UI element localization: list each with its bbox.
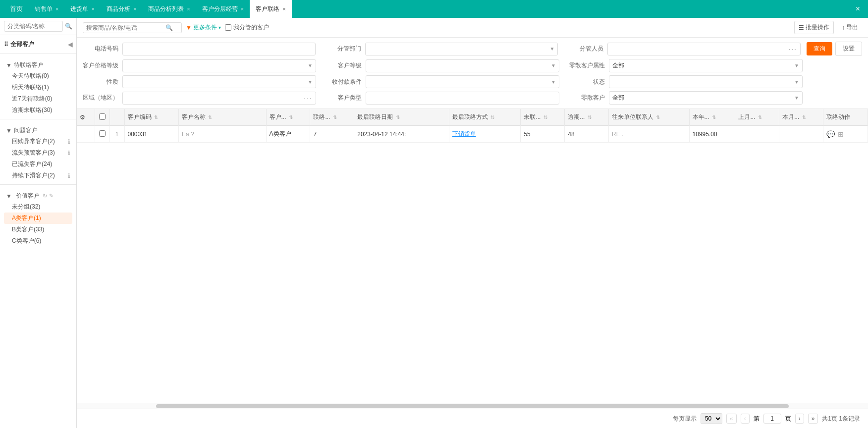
filter-phone-label: 电话号码 (83, 45, 122, 53)
filter-nature-select[interactable]: ▼ (122, 75, 316, 88)
sidebar-item-continuous[interactable]: 持续下滑客户(2) ℹ (4, 170, 72, 181)
close-sales-tab[interactable]: × (55, 6, 58, 12)
col-code[interactable]: 客户编码 ⇅ (124, 109, 178, 126)
tab-analysis-list[interactable]: 商品分析列表 × (142, 0, 196, 18)
select-all-checkbox[interactable] (99, 113, 106, 120)
batch-ops-button[interactable]: ☰ 批量操作 (794, 21, 834, 34)
last-page-button[interactable]: » (808, 414, 818, 424)
sidebar-all-customers-header[interactable]: ⠿ 全部客户 ◀ (4, 38, 72, 51)
close-customer-contact-tab[interactable]: × (282, 6, 285, 12)
filter-region-select[interactable]: ··· (122, 92, 316, 105)
filter-price-tier-select[interactable]: ▼ (122, 59, 316, 72)
sidebar-item-today[interactable]: 今天待联络(0) (4, 70, 72, 82)
sidebar-search-input[interactable] (4, 21, 63, 32)
sort-unit-icon[interactable]: ⇅ (656, 114, 660, 120)
sort-this-month-icon[interactable]: ⇅ (802, 114, 806, 120)
row-checkbox[interactable] (99, 130, 106, 137)
prev-page-button[interactable]: ‹ (741, 414, 750, 424)
col-unit-contact[interactable]: 往来单位联系人 ⇅ (609, 109, 689, 126)
sort-overdue-icon[interactable]: ⇅ (588, 114, 592, 120)
col-name[interactable]: 客户名称 ⇅ (178, 109, 266, 126)
sidebar-pending-title[interactable]: ▼ 待联络客户 (4, 59, 72, 70)
edit-icon[interactable]: ✎ (49, 193, 54, 199)
col-settings[interactable]: ⚙ (77, 109, 95, 126)
page-size-select[interactable]: 50 (701, 413, 722, 424)
settings-button[interactable]: 设置 (835, 42, 862, 56)
filter-person-select[interactable]: ··· (607, 43, 801, 55)
col-this-year[interactable]: 本年... ⇅ (689, 109, 735, 126)
sidebar-item-tomorrow[interactable]: 明天待联络(1) (4, 82, 72, 93)
sidebar: 🔍 ⠿ 全部客户 ◀ ▼ 待联络客户 今天待联络(0) 明天待联络(1) 近7 (0, 18, 77, 428)
export-button[interactable]: ↑ 导出 (838, 21, 862, 34)
refresh-icon[interactable]: ↻ (43, 193, 47, 199)
cell-last-contact-way[interactable]: 下销货单 (449, 126, 521, 143)
sidebar-item-lost[interactable]: 已流失客户(24) (4, 159, 72, 170)
scroll-area[interactable] (77, 403, 868, 409)
filter-search-input[interactable] (86, 24, 165, 31)
sort-way-icon[interactable]: ⇅ (490, 114, 494, 120)
filter-customer-type-select[interactable] (366, 92, 559, 105)
sidebar-value-title[interactable]: ▼ 价值客户 ↻ ✎ (4, 190, 72, 201)
tab-customer-contact[interactable]: 客户联络 × (250, 0, 291, 18)
filter-search-icon[interactable]: 🔍 (165, 24, 173, 31)
sidebar-problem-title[interactable]: ▼ 问题客户 (4, 124, 72, 136)
sort-year-icon[interactable]: ⇅ (712, 114, 716, 120)
tab-analysis[interactable]: 商品分析 × (101, 0, 142, 18)
sidebar-item-class-b[interactable]: B类客户(33) (4, 224, 72, 235)
col-last-month[interactable]: 上月... ⇅ (735, 109, 779, 126)
filter-dept-select[interactable]: ▼ (365, 43, 558, 55)
filter-retail-select[interactable]: 全部 ▼ (609, 91, 803, 105)
col-customer-class[interactable]: 客户... ⇅ (266, 109, 310, 126)
page-number-input[interactable] (763, 414, 781, 424)
sidebar-item-overdue[interactable]: 逾期未联络(30) (4, 105, 72, 116)
chat-icon[interactable]: 💬 (826, 130, 835, 138)
col-no-contact[interactable]: 未联... ⇅ (521, 109, 565, 126)
sidebar-collapse-icon[interactable]: ◀ (68, 41, 72, 48)
close-customer-tier-tab[interactable]: × (241, 6, 244, 12)
close-purchase-tab[interactable]: × (91, 6, 94, 12)
cell-checkbox[interactable] (95, 126, 109, 143)
sort-contact-icon[interactable]: ⇅ (333, 114, 337, 120)
scrollbar-thumb[interactable] (156, 404, 789, 408)
col-this-month[interactable]: 本月... ⇅ (779, 109, 823, 126)
sidebar-item-recent7[interactable]: 近7天待联络(0) (4, 93, 72, 105)
global-close-button[interactable]: × (852, 4, 864, 13)
sidebar-item-loss-risk[interactable]: 流失预警客户(3) ℹ (4, 147, 72, 159)
close-analysis-list-tab[interactable]: × (187, 6, 190, 12)
tab-sales[interactable]: 销售单 × (29, 0, 64, 18)
filter-retail-attr-select[interactable]: 全部 ▼ (609, 59, 803, 72)
col-last-contact-way[interactable]: 最后联络方式 ⇅ (449, 109, 521, 126)
col-overdue[interactable]: 逾期... ⇅ (565, 109, 609, 126)
sidebar-search-icon[interactable]: 🔍 (65, 23, 72, 30)
grid-icon[interactable]: ⊞ (838, 130, 844, 138)
filter-status-select[interactable]: ▼ (609, 75, 803, 88)
sort-name-icon[interactable]: ⇅ (208, 114, 212, 120)
filter-search-box[interactable]: 🔍 (83, 22, 182, 33)
filter-payment-select[interactable]: ▼ (366, 75, 559, 88)
sort-last-month-icon[interactable]: ⇅ (758, 114, 762, 120)
col-last-contact-date[interactable]: 最后联络日期 ⇅ (354, 109, 449, 126)
close-analysis-tab[interactable]: × (133, 6, 136, 12)
sidebar-item-class-c[interactable]: C类客户(6) (4, 235, 72, 247)
sort-no-contact-icon[interactable]: ⇅ (543, 114, 547, 120)
my-customers-checkbox-area[interactable]: 我分管的客户 (225, 23, 269, 32)
filter-more-button[interactable]: ▼ 更多条件 ▾ (186, 23, 221, 32)
tab-customer-tier[interactable]: 客户分层经营 × (196, 0, 250, 18)
tab-purchase[interactable]: 进货单 × (64, 0, 100, 18)
my-customers-checkbox[interactable] (225, 24, 231, 31)
sidebar-item-repeat-abnormal[interactable]: 回购异常客户(2) ℹ (4, 136, 72, 147)
next-page-button[interactable]: › (795, 414, 804, 424)
col-checkbox[interactable] (95, 109, 109, 126)
col-contact-count[interactable]: 联络... ⇅ (310, 109, 354, 126)
sidebar-item-class-a[interactable]: A类客户(1) (4, 213, 72, 224)
sort-class-icon[interactable]: ⇅ (289, 114, 293, 120)
first-page-button[interactable]: « (726, 414, 737, 424)
sidebar-item-unclassified[interactable]: 未分组(32) (4, 201, 72, 213)
filter-phone-input[interactable] (122, 43, 316, 55)
query-button[interactable]: 查询 (807, 42, 832, 55)
sort-code-icon[interactable]: ⇅ (154, 114, 158, 120)
nav-home[interactable]: 首页 (4, 4, 29, 13)
sort-date-icon[interactable]: ⇅ (396, 114, 400, 120)
filter-customer-level-select[interactable]: ▼ (366, 59, 559, 72)
pending-arrow-icon: ▼ (6, 62, 12, 69)
